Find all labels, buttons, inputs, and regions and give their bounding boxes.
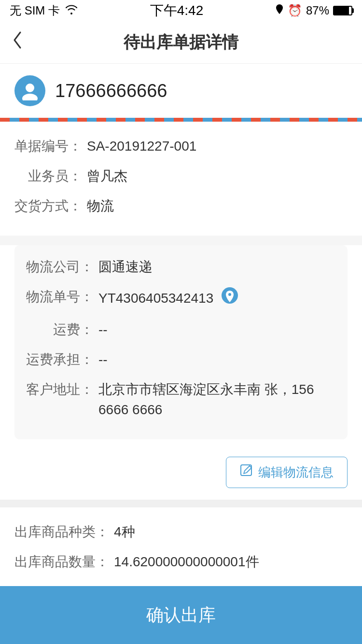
status-left: 无 SIM 卡: [10, 3, 78, 18]
edit-btn-container: 编辑物流信息: [0, 449, 362, 500]
address-row: 客户地址： 北京市市辖区海淀区永丰南 张，156 6666 6666: [26, 379, 336, 420]
location-status-icon: [275, 4, 284, 17]
svg-point-3: [228, 293, 231, 296]
wifi-icon: [65, 4, 78, 17]
order-no-row: 单据编号： SA-20191227-001: [14, 136, 348, 156]
order-no-value: SA-20191227-001: [87, 136, 348, 156]
logistics-tracking-value: YT43064053424​13: [98, 287, 336, 310]
svg-point-1: [22, 94, 38, 100]
salesman-row: 业务员： 曾凡杰: [14, 166, 348, 186]
goods-quantity-row: 出库商品数量： 14.620000000000001件: [14, 552, 348, 572]
freight-label: 运费：: [26, 320, 94, 340]
status-bar: 无 SIM 卡 下午4:42 ⏰ 87%: [0, 0, 362, 21]
dashed-divider: [0, 118, 362, 122]
alarm-icon: ⏰: [288, 4, 302, 17]
edit-icon: [240, 464, 253, 481]
salesman-label: 业务员：: [14, 166, 82, 186]
location-pin-icon[interactable]: [221, 287, 238, 310]
user-phone: 17666666666: [55, 81, 167, 101]
svg-point-0: [26, 84, 34, 92]
section-divider: [0, 500, 362, 507]
freight-bearer-label: 运费承担：: [26, 350, 94, 370]
battery-icon: [333, 6, 352, 15]
page-title: 待出库单据详情: [124, 31, 238, 54]
delivery-label: 交货方式：: [14, 196, 82, 216]
logistics-company-value: 圆通速递: [98, 257, 336, 277]
edit-logistics-label: 编辑物流信息: [258, 464, 334, 481]
logistics-company-row: 物流公司： 圆通速递: [26, 257, 336, 277]
logistics-tracking-row: 物流单号： YT43064053424​13: [26, 287, 336, 310]
salesman-value: 曾凡杰: [87, 166, 348, 186]
order-info-section: 单据编号： SA-20191227-001 业务员： 曾凡杰 交货方式： 物流: [0, 122, 362, 236]
delivery-value: 物流: [87, 196, 348, 216]
delivery-row: 交货方式： 物流: [14, 196, 348, 216]
freight-row: 运费： --: [26, 320, 336, 340]
back-button[interactable]: [12, 30, 23, 54]
logistics-card: 物流公司： 圆通速递 物流单号： YT43064053424​13 运费： --: [14, 245, 348, 439]
freight-bearer-row: 运费承担： --: [26, 350, 336, 370]
logistics-company-label: 物流公司：: [26, 257, 94, 277]
status-time: 下午4:42: [150, 1, 204, 20]
nav-bar: 待出库单据详情: [0, 21, 362, 64]
goods-types-value: 4种: [114, 522, 348, 542]
status-right: ⏰ 87%: [275, 4, 352, 17]
order-no-label: 单据编号：: [14, 136, 82, 156]
sim-label: 无 SIM 卡: [10, 3, 60, 18]
goods-types-row: 出库商品种类： 4种: [14, 522, 348, 542]
edit-logistics-button[interactable]: 编辑物流信息: [226, 457, 348, 488]
goods-quantity-label: 出库商品数量：: [14, 552, 109, 572]
address-value: 北京市市辖区海淀区永丰南 张，156 6666 6666: [98, 379, 336, 420]
goods-section: 出库商品种类： 4种 出库商品数量： 14.620000000000001件: [0, 507, 362, 591]
confirm-button[interactable]: 确认出库: [146, 603, 216, 627]
goods-types-label: 出库商品种类：: [14, 522, 109, 542]
logistics-tracking-label: 物流单号：: [26, 287, 94, 307]
user-avatar: [14, 75, 45, 106]
goods-quantity-value: 14.620000000000001件: [114, 552, 348, 572]
freight-value: --: [98, 320, 336, 340]
freight-bearer-value: --: [98, 350, 336, 370]
confirm-btn-container: 确认出库: [0, 586, 362, 644]
battery-percent: 87%: [306, 4, 329, 17]
user-header: 17666666666: [0, 64, 362, 118]
address-label: 客户地址：: [26, 379, 94, 400]
